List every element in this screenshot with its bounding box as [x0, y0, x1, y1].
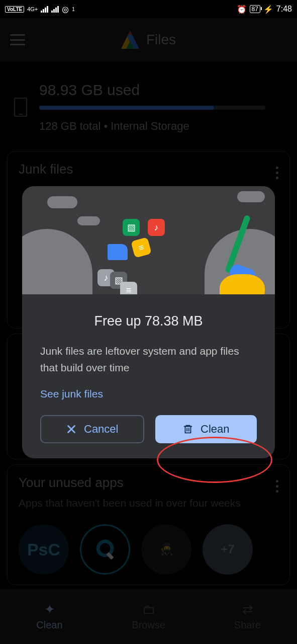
- hotspot-icon: ◎: [62, 5, 69, 14]
- cloud-icon: [47, 196, 77, 208]
- dialog-title: Free up 78.38 MB: [22, 313, 275, 329]
- junk-file-icon: ≡: [120, 282, 137, 294]
- clock-time: 7:48: [276, 5, 292, 14]
- network-type: 4G+: [27, 6, 38, 12]
- status-left: VoLTE 4G+ ◎ 1: [5, 5, 75, 14]
- signal-bars-1-icon: [41, 6, 48, 13]
- folder-icon: [108, 244, 128, 260]
- clean-button-label: Clean: [201, 423, 229, 436]
- cancel-button[interactable]: Cancel: [40, 415, 144, 443]
- dialog-illustration: ▧ ♪ ≡ ♪ ▧ ≡: [22, 186, 275, 294]
- cloud-icon: [77, 216, 100, 225]
- close-icon: [66, 424, 77, 435]
- see-junk-files-link[interactable]: See junk files: [22, 376, 275, 415]
- clean-button[interactable]: Clean: [155, 415, 257, 443]
- cancel-button-label: Cancel: [84, 423, 118, 436]
- volte-badge: VoLTE: [5, 6, 24, 13]
- charging-icon: ⚡: [263, 5, 273, 14]
- battery-icon: 87: [250, 5, 260, 13]
- signal-bars-2-icon: [51, 6, 59, 13]
- trash-icon: [182, 424, 193, 435]
- status-right: ⏰ 87 ⚡ 7:48: [237, 5, 292, 14]
- alarm-icon: ⏰: [237, 5, 247, 14]
- music-file-icon: ♪: [148, 219, 165, 236]
- doc-file-icon: ≡: [131, 237, 152, 258]
- clean-dialog: ▧ ♪ ≡ ♪ ▧ ≡ Free up 78.38 MB Junk files …: [22, 186, 275, 458]
- cloud-icon: [237, 191, 265, 202]
- dialog-description: Junk files are leftover system and app f…: [22, 343, 275, 376]
- hotspot-count: 1: [72, 7, 75, 12]
- image-file-icon: ▧: [123, 219, 140, 236]
- status-bar: VoLTE 4G+ ◎ 1 ⏰ 87 ⚡ 7:48: [0, 0, 297, 18]
